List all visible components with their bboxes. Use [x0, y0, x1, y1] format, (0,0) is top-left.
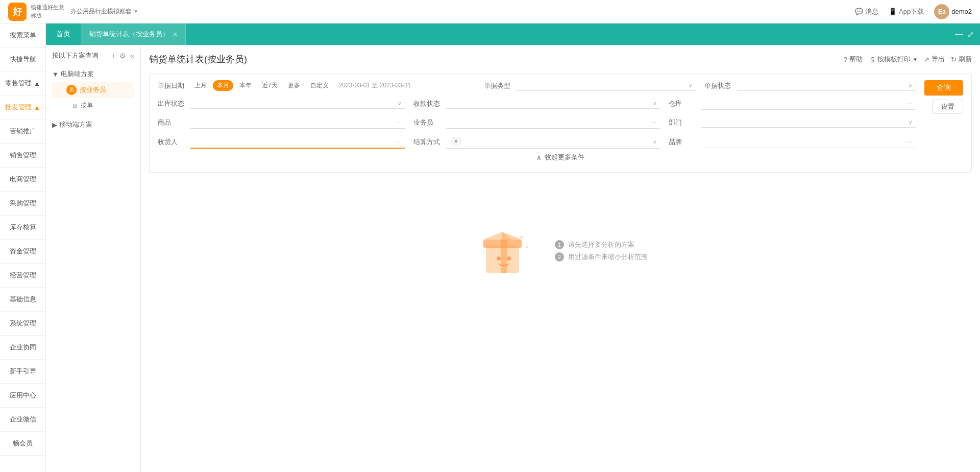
logo-text: 畅捷通好生意 标版: [31, 4, 64, 19]
user-profile[interactable]: Ea demo2: [934, 4, 972, 19]
warehouse-dots[interactable]: ···: [906, 99, 912, 107]
main-panel: 销货单统计表(按业务员) ? 帮助 🖨 按模板打印 ▼: [141, 45, 980, 472]
svg-point-7: [507, 256, 511, 261]
refresh-icon: ↻: [951, 56, 957, 63]
warehouse-label: 仓库: [669, 99, 697, 108]
svg-point-6: [497, 256, 501, 261]
date-tab-this-month[interactable]: 本月: [213, 80, 233, 91]
type-label: 单据类型: [484, 81, 512, 90]
sidebar-item-ecommerce[interactable]: 电商管理: [0, 168, 45, 192]
sidebar-item-marketing[interactable]: 营销推广: [0, 120, 45, 144]
salesman-dots[interactable]: ···: [651, 118, 657, 126]
query-buttons: 查询 设置: [916, 80, 963, 114]
sidebar-item-basics[interactable]: 基础信息: [0, 288, 45, 312]
date-label: 单据日期: [158, 81, 186, 90]
active-scheme-icon: 员: [66, 85, 77, 95]
date-tab-last-month[interactable]: 上月: [190, 80, 211, 91]
goods-dots[interactable]: ···: [395, 118, 401, 126]
status-select[interactable]: ∨: [737, 81, 916, 91]
empty-state: 1 请先选择要分析的方案 2 用过滤条件来缩小分析范围: [149, 181, 972, 324]
refresh-button[interactable]: ↻ 刷新: [951, 55, 972, 64]
tab-maximize-button[interactable]: ⤢: [967, 30, 974, 39]
date-tab-7days[interactable]: 近7天: [258, 80, 282, 91]
date-tab-custom[interactable]: 自定义: [306, 80, 333, 91]
help-button[interactable]: ? 帮助: [844, 55, 863, 64]
sidebar-item-members[interactable]: 畅会员: [0, 432, 45, 456]
left-panel: 按以下方案查询 + ⚙ « ▼ 电脑端方案 员: [46, 45, 141, 472]
settle-label: 结算方式: [413, 137, 442, 147]
settings-button[interactable]: 设置: [933, 100, 963, 114]
scheme-item-by-salesman[interactable]: 员 按业务员: [52, 82, 134, 98]
brand-dots[interactable]: ···: [906, 137, 912, 146]
sidebar-item-finance[interactable]: 资金管理: [0, 240, 45, 264]
sidebar-item-quicknav[interactable]: 快捷导航: [0, 48, 45, 72]
scheme-item-by-order[interactable]: ⊞ 按单: [52, 98, 134, 113]
user-name[interactable]: demo2: [951, 8, 972, 15]
svg-point-5: [482, 251, 484, 253]
help-icon: ?: [844, 56, 847, 63]
dept-arrow: ∨: [909, 120, 912, 125]
app-download-button[interactable]: 📱 App下载: [889, 7, 924, 16]
date-tab-more[interactable]: 更多: [284, 80, 304, 91]
page-title: 销货单统计表(按业务员): [149, 53, 247, 65]
message-button[interactable]: 💬 消息: [855, 7, 878, 16]
print-button[interactable]: 🖨 按模板打印 ▼: [869, 55, 918, 64]
collapse-icon: ∧: [536, 154, 542, 161]
settings-scheme-button[interactable]: ⚙: [119, 52, 126, 60]
sidebar-item-appstore[interactable]: 应用中心: [0, 384, 45, 408]
sidebar-item-wholesale[interactable]: 批发管理▲: [0, 96, 45, 120]
sidebar-item-sales[interactable]: 销售管理: [0, 144, 45, 168]
query-button[interactable]: 查询: [924, 80, 963, 96]
sidebar-item-wechat[interactable]: 企业微信: [0, 408, 45, 432]
type-select[interactable]: ∨: [517, 81, 696, 91]
sidebar: 搜索菜单 快捷导航 零售管理▲ 批发管理▲ 营销推广 销售管理 电商管理 采购管…: [0, 23, 46, 472]
logo-icon: 好: [8, 3, 27, 21]
left-panel-title: 按以下方案查询: [52, 51, 99, 60]
sidebar-item-newbie[interactable]: 新手引导: [0, 360, 45, 384]
download-icon: 📱: [889, 8, 897, 15]
sidebar-item-purchase[interactable]: 采购管理: [0, 192, 45, 216]
order-icon: ⊞: [72, 102, 78, 109]
svg-rect-2: [501, 240, 507, 273]
tab-minimize-button[interactable]: —: [955, 30, 963, 39]
date-filter-tabs: 上月 本月 本年 近7天 更多 自定义 2023-03-01 至 2023-03…: [190, 80, 476, 91]
print-dropdown-icon[interactable]: ▼: [913, 57, 918, 62]
collapse-filter-button[interactable]: ∧ 收起更多条件: [158, 149, 963, 166]
window-title-dropdown[interactable]: ▼: [133, 9, 138, 14]
settle-arrow: ∨: [653, 139, 656, 145]
sidebar-item-operations[interactable]: 经营管理: [0, 264, 45, 288]
message-icon: 💬: [855, 8, 863, 15]
mobile-scheme-group[interactable]: ▶ 移动端方案: [52, 117, 134, 132]
sidebar-item-retail[interactable]: 零售管理▲: [0, 72, 45, 96]
tab-bar: 首页 销货单统计表（按业务员） × — ⤢: [46, 23, 980, 45]
receiver-dots[interactable]: ···: [395, 137, 401, 146]
settle-clear-tag[interactable]: ×: [450, 137, 462, 146]
app-title[interactable]: 办公用品行业模拟账套 ▼: [70, 7, 138, 16]
empty-instructions: 1 请先选择要分析的方案 2 用过滤条件来缩小分析范围: [555, 240, 648, 265]
pay-status-select[interactable]: ∨: [446, 99, 661, 109]
svg-point-4: [526, 246, 528, 248]
add-scheme-button[interactable]: +: [111, 52, 115, 60]
tab-home[interactable]: 首页: [46, 23, 81, 45]
tab-active[interactable]: 销货单统计表（按业务员） ×: [81, 23, 186, 45]
pay-status-label: 收款状态: [413, 99, 442, 108]
filter-form: 单据日期 上月 本月 本年 近7天 更多 自定义: [149, 74, 972, 173]
out-status-label: 出库状态: [158, 99, 186, 108]
collapse-panel-button[interactable]: «: [130, 52, 134, 60]
svg-point-3: [520, 235, 523, 239]
print-icon: 🖨: [869, 56, 875, 63]
sidebar-item-system[interactable]: 系统管理: [0, 312, 45, 336]
sidebar-item-enterprise[interactable]: 企业协同: [0, 336, 45, 360]
sidebar-item-search[interactable]: 搜索菜单: [0, 23, 45, 48]
pc-scheme-group[interactable]: ▼ 电脑端方案: [52, 66, 134, 82]
tab-close-button[interactable]: ×: [173, 30, 177, 38]
settle-select[interactable]: × ∨: [446, 135, 661, 149]
sidebar-item-inventory[interactable]: 库存核算: [0, 216, 45, 240]
date-tab-this-year[interactable]: 本年: [235, 80, 256, 91]
export-button[interactable]: ↗ 导出: [924, 55, 945, 64]
export-icon: ↗: [924, 56, 929, 63]
out-status-select[interactable]: ∨: [190, 99, 405, 109]
empty-illustration: [473, 222, 534, 283]
brand-label: 品牌: [669, 137, 697, 147]
dept-select[interactable]: ∨: [701, 117, 916, 128]
